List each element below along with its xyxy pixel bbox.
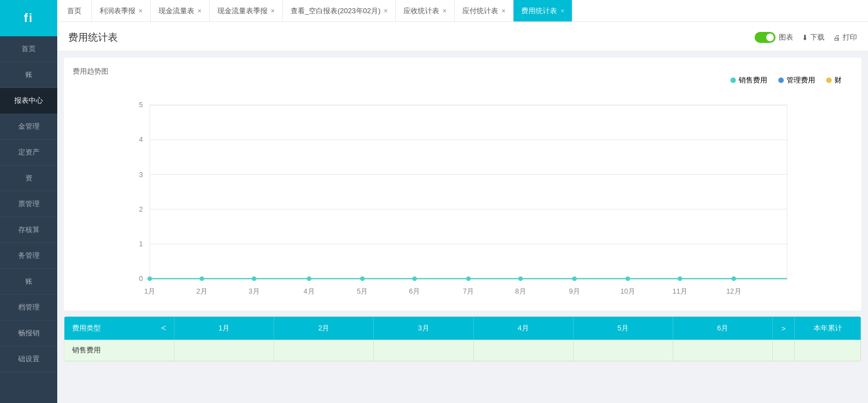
tab-cashflow[interactable]: 现金流量表 ×: [151, 0, 210, 22]
chart-legend: 销售费用 管理费用 财: [730, 75, 842, 85]
sidebar-item-reimbursement[interactable]: 畅报销: [0, 321, 57, 346]
chart-point-9: [572, 277, 576, 281]
svg-text:2月: 2月: [196, 288, 208, 295]
td-empty-0: [773, 340, 795, 361]
sidebar-item-invoice-mgmt[interactable]: 票管理: [0, 191, 57, 217]
legend-finance-label: 财: [834, 75, 842, 85]
td-total-0: [795, 340, 861, 361]
table-body: 销售费用: [64, 340, 861, 361]
tab-cashflow-label: 现金流量表: [159, 6, 194, 16]
print-icon: 🖨: [833, 34, 840, 42]
td-m5-0: [574, 340, 673, 361]
tab-expense-close[interactable]: ×: [560, 7, 564, 15]
print-label: 打印: [843, 32, 857, 42]
chart-point-11: [678, 277, 682, 281]
svg-rect-12: [150, 105, 787, 279]
tab-payable-label: 应付统计表: [462, 6, 498, 16]
chart-point-6: [412, 277, 417, 281]
svg-text:4: 4: [139, 136, 143, 143]
main-content: 首页 利润表季报 × 现金流量表 × 现金流量表季报 × 查看_空白报表(202…: [57, 0, 868, 403]
chart-toggle-label: 图表: [779, 32, 793, 42]
sidebar-item-assets[interactable]: 资: [0, 165, 57, 191]
th-month2: 2月: [274, 317, 374, 340]
svg-text:3月: 3月: [249, 288, 260, 295]
table-header: 费用类型 < 1月 2月 3月 4月 5月 6月 > 本年累计: [64, 317, 861, 340]
chart-point-12: [731, 277, 736, 281]
sidebar-logo: fi: [0, 0, 57, 36]
sidebar-item-business-mgmt[interactable]: 务管理: [0, 243, 57, 269]
legend-mgmt: 管理费用: [778, 75, 815, 85]
th-month1: 1月: [174, 317, 274, 340]
th-month4: 4月: [474, 317, 574, 340]
legend-sales-dot: [730, 78, 736, 83]
svg-text:6月: 6月: [409, 288, 420, 295]
th-type: 费用类型 <: [64, 317, 174, 340]
th-month6: 6月: [673, 317, 773, 340]
chart-toggle[interactable]: [755, 32, 776, 43]
td-m2-0: [274, 340, 374, 361]
tab-profit-label: 利润表季报: [100, 6, 135, 16]
sidebar-item-fixed-assets[interactable]: 定资产: [0, 140, 57, 165]
tab-receivable-close[interactable]: ×: [443, 7, 446, 15]
svg-text:5: 5: [139, 101, 143, 109]
chart-point-5: [360, 277, 364, 281]
chart-wrapper: 费用趋势图 销售费用 管理费用 财: [73, 67, 853, 302]
tab-profit-close[interactable]: ×: [139, 7, 143, 15]
chart-point-8: [518, 277, 523, 281]
th-month5: 5月: [574, 317, 673, 340]
tab-blank-label: 查看_空白报表(2023年02月): [291, 6, 380, 16]
legend-mgmt-dot: [778, 78, 784, 83]
chart-point-10: [625, 277, 630, 281]
tab-expense[interactable]: 费用统计表 ×: [514, 0, 572, 22]
th-next-nav[interactable]: >: [773, 317, 795, 340]
td-m4-0: [474, 340, 574, 361]
legend-sales-label: 销售费用: [739, 75, 767, 85]
tab-cashflow-q-close[interactable]: ×: [271, 7, 275, 15]
legend-finance-dot: [826, 78, 832, 83]
tab-blank[interactable]: 查看_空白报表(2023年02月) ×: [283, 0, 396, 22]
svg-text:9月: 9月: [569, 288, 580, 295]
svg-text:5月: 5月: [357, 288, 368, 295]
tab-receivable-label: 应收统计表: [403, 6, 439, 16]
table-row: 销售费用: [64, 340, 861, 361]
chart-section: 费用趋势图 销售费用 管理费用 财: [64, 58, 861, 311]
table-section: 费用类型 < 1月 2月 3月 4月 5月 6月 > 本年累计 销售费用: [64, 316, 861, 362]
th-total: 本年累计: [795, 317, 861, 340]
svg-text:1月: 1月: [144, 288, 155, 295]
tab-home[interactable]: 首页: [57, 0, 92, 22]
tab-profit[interactable]: 利润表季报 ×: [92, 0, 151, 22]
legend-mgmt-label: 管理费用: [787, 75, 815, 85]
svg-text:7月: 7月: [463, 288, 474, 295]
chart-svg: 5 4 3 2 1 0: [73, 82, 853, 302]
sidebar-item-finance-mgmt[interactable]: 金管理: [0, 114, 57, 140]
sidebar: fi 首页 账 报表中心 金管理 定资产 资 票管理 存核算 务管理 账 档管理…: [0, 0, 57, 403]
sidebar-item-inventory[interactable]: 存核算: [0, 217, 57, 243]
tab-cashflow-close[interactable]: ×: [198, 7, 201, 15]
tab-receivable[interactable]: 应收统计表 ×: [396, 0, 455, 22]
tab-payable[interactable]: 应付统计表 ×: [455, 0, 514, 22]
chart-point-7: [466, 277, 471, 281]
sidebar-item-account[interactable]: 账: [0, 62, 57, 88]
th-prev-nav[interactable]: <: [161, 323, 166, 333]
page-title: 费用统计表: [68, 31, 118, 44]
chart-toggle-wrap: 图表: [755, 32, 793, 43]
sidebar-item-archive-mgmt[interactable]: 档管理: [0, 295, 57, 321]
th-month3: 3月: [374, 317, 473, 340]
tab-payable-close[interactable]: ×: [501, 7, 505, 15]
sidebar-item-home[interactable]: 首页: [0, 36, 57, 62]
chart-point-1: [148, 277, 152, 281]
sidebar-item-basic-settings[interactable]: 础设置: [0, 346, 57, 372]
tab-blank-close[interactable]: ×: [384, 7, 387, 15]
th-type-label: 费用类型: [72, 323, 101, 333]
tab-cashflow-q[interactable]: 现金流量表季报 ×: [210, 0, 283, 22]
download-icon: ⬇: [802, 34, 808, 42]
td-m3-0: [374, 340, 473, 361]
page-actions: 图表 ⬇ 下载 🖨 打印: [755, 32, 857, 43]
print-button[interactable]: 🖨 打印: [833, 32, 857, 42]
svg-text:4月: 4月: [304, 288, 315, 295]
td-m1-0: [174, 340, 274, 361]
sidebar-item-report-center[interactable]: 报表中心: [0, 88, 57, 114]
sidebar-item-ledger[interactable]: 账: [0, 269, 57, 295]
download-button[interactable]: ⬇ 下载: [802, 32, 825, 42]
svg-text:0: 0: [139, 275, 143, 283]
